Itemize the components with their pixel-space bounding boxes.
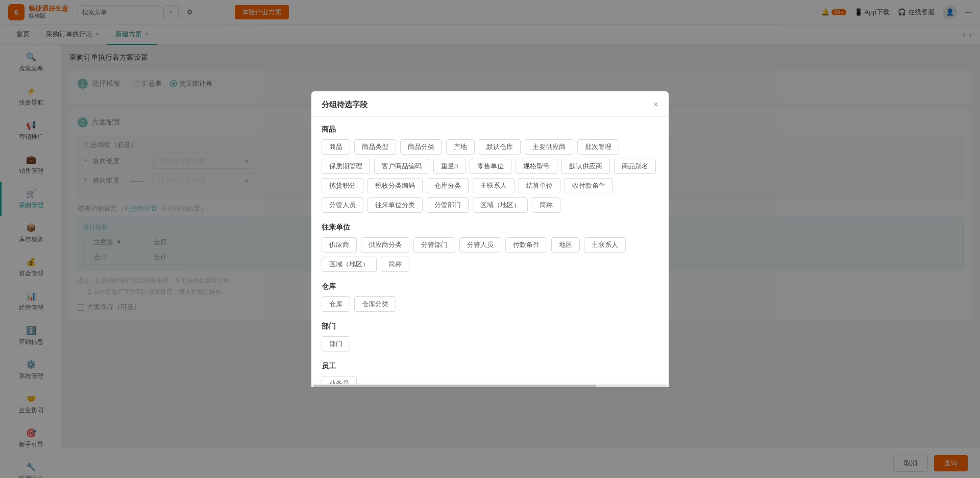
field-tag-1-6[interactable]: 主联系人 [584, 237, 626, 253]
modal-header: 分组待选字段 × [311, 91, 669, 117]
field-tag-0-21[interactable]: 往来单位分类 [368, 197, 423, 213]
field-group-title-4: 员工 [322, 362, 658, 371]
field-tag-0-14[interactable]: 拣货积分 [322, 178, 363, 193]
field-tag-0-18[interactable]: 结算单位 [519, 178, 560, 193]
field-group-2: 仓库仓库仓库分类 [322, 282, 658, 312]
field-tag-3-0[interactable]: 部门 [322, 336, 350, 351]
modal-close-icon[interactable]: × [653, 99, 658, 110]
modal-body: 商品商品商品类型商品分类产地默认仓库主要供应商批次管理保质期管理客户商品编码重量… [311, 117, 669, 384]
field-tag-0-11[interactable]: 规格型号 [516, 159, 557, 174]
field-tag-1-4[interactable]: 付款条件 [505, 237, 547, 253]
field-group-0: 商品商品商品类型商品分类产地默认仓库主要供应商批次管理保质期管理客户商品编码重量… [322, 125, 658, 213]
modal-dialog: 分组待选字段 × 商品商品商品类型商品分类产地默认仓库主要供应商批次管理保质期管… [311, 91, 669, 387]
field-tag-0-19[interactable]: 收付款条件 [565, 178, 613, 193]
field-tag-1-0[interactable]: 供应商 [322, 237, 357, 253]
field-tag-0-8[interactable]: 客户商品编码 [374, 159, 429, 174]
field-tag-1-3[interactable]: 分管人员 [459, 237, 501, 253]
field-tag-4-0[interactable]: 业务员 [322, 376, 357, 384]
field-tag-0-23[interactable]: 区域（地区） [473, 197, 528, 213]
field-tag-0-13[interactable]: 商品别名 [614, 159, 656, 174]
field-tag-1-2[interactable]: 分管部门 [413, 237, 455, 253]
field-tag-2-1[interactable]: 仓库分类 [354, 296, 396, 312]
field-tag-0-6[interactable]: 批次管理 [577, 139, 619, 155]
field-group-4: 员工业务员 [322, 362, 658, 384]
field-tag-0-22[interactable]: 分管部门 [427, 197, 469, 213]
field-tags-4: 业务员 [322, 376, 658, 384]
field-tag-0-2[interactable]: 商品分类 [400, 139, 442, 155]
field-tags-2: 仓库仓库分类 [322, 296, 658, 312]
field-tag-0-24[interactable]: 简称 [532, 197, 560, 213]
field-tag-0-16[interactable]: 仓库分类 [427, 178, 469, 193]
field-tags-1: 供应商供应商分类分管部门分管人员付款条件地区主联系人区域（地区）简称 [322, 237, 658, 272]
field-tag-0-17[interactable]: 主联系人 [473, 178, 514, 193]
field-tags-0: 商品商品类型商品分类产地默认仓库主要供应商批次管理保质期管理客户商品编码重量3零… [322, 139, 658, 213]
field-tag-0-20[interactable]: 分管人员 [322, 197, 363, 213]
field-tag-0-4[interactable]: 默认仓库 [479, 139, 521, 155]
field-group-title-0: 商品 [322, 125, 658, 134]
field-tag-0-9[interactable]: 重量3 [433, 159, 465, 174]
field-tag-0-7[interactable]: 保质期管理 [322, 159, 370, 174]
field-tag-0-15[interactable]: 税收分类编码 [368, 178, 423, 193]
field-group-title-3: 部门 [322, 322, 658, 331]
field-tag-0-3[interactable]: 产地 [446, 139, 475, 155]
modal-overlay: 分组待选字段 × 商品商品商品类型商品分类产地默认仓库主要供应商批次管理保质期管… [0, 0, 980, 478]
field-tag-1-8[interactable]: 简称 [381, 257, 409, 272]
field-tag-0-5[interactable]: 主要供应商 [525, 139, 573, 155]
field-tag-0-10[interactable]: 零售单位 [470, 159, 511, 174]
modal-title: 分组待选字段 [322, 100, 368, 110]
field-tag-0-12[interactable]: 默认供应商 [561, 159, 610, 174]
scrollbar-track [313, 385, 667, 387]
field-tag-0-1[interactable]: 商品类型 [354, 139, 396, 155]
field-group-3: 部门部门 [322, 322, 658, 351]
field-tag-1-1[interactable]: 供应商分类 [361, 237, 409, 253]
scrollbar-thumb [313, 385, 596, 387]
field-group-1: 往来单位供应商供应商分类分管部门分管人员付款条件地区主联系人区域（地区）简称 [322, 223, 658, 272]
field-tag-1-7[interactable]: 区域（地区） [322, 257, 377, 272]
field-tags-3: 部门 [322, 336, 658, 351]
horizontal-scrollbar[interactable] [311, 384, 669, 387]
field-tag-2-0[interactable]: 仓库 [322, 296, 350, 312]
field-tag-0-0[interactable]: 商品 [322, 139, 350, 155]
field-tag-1-5[interactable]: 地区 [551, 237, 580, 253]
field-group-title-1: 往来单位 [322, 223, 658, 232]
field-group-title-2: 仓库 [322, 282, 658, 291]
